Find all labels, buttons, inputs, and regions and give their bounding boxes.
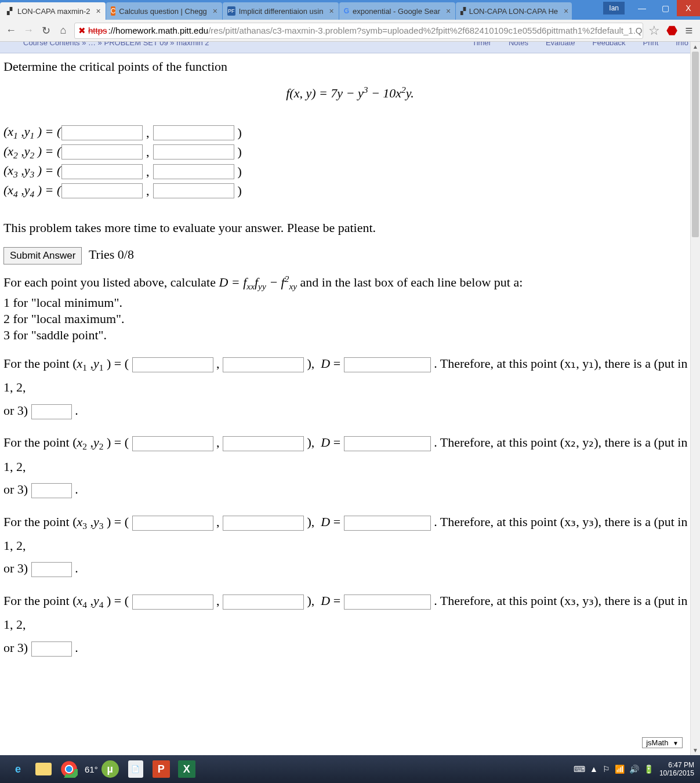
pt2-x-input[interactable] — [132, 436, 213, 451]
cp-label: (x2 ,y2 ) = ( — [3, 144, 61, 161]
file-explorer-icon[interactable] — [31, 757, 56, 781]
windows-taskbar: e 61° µ 📄 P X ⌨ ▲ ⚐ 📶 🔊 🔋 6:47 PM 10/16/… — [0, 755, 700, 783]
battery-icon[interactable]: 🔋 — [644, 764, 654, 774]
breadcrumb: Course Contents » … » PROBLEM SET 09 » m… — [23, 42, 209, 47]
scrollbar-thumb[interactable] — [692, 52, 699, 237]
header-link-timer[interactable]: Timer — [472, 42, 491, 47]
url-protocol: https — [88, 26, 107, 35]
point-line-4: For the point (x4 ,y4 ) = ( , ), D = . T… — [3, 589, 697, 659]
tab-google[interactable]: G exponential - Google Sear × — [339, 2, 455, 20]
pt3-D-input[interactable] — [344, 516, 431, 531]
cp1-y-input[interactable] — [153, 125, 234, 140]
header-link-feedback[interactable]: Feedback — [592, 42, 625, 47]
cp1-x-input[interactable] — [61, 125, 143, 140]
scroll-up-arrow-icon[interactable]: ▲ — [691, 42, 700, 52]
header-link-print[interactable]: Print — [643, 42, 659, 47]
pt1-D-input[interactable] — [344, 357, 431, 372]
submit-answer-button[interactable]: Submit Answer — [3, 247, 82, 264]
header-link-notes[interactable]: Notes — [509, 42, 528, 47]
back-button[interactable]: ← — [5, 24, 17, 37]
tab-title: LON-CAPA maxmin-2 — [17, 7, 90, 16]
forward-button[interactable]: → — [22, 24, 35, 37]
network-icon[interactable]: 📶 — [615, 764, 625, 774]
chrome-icon[interactable] — [57, 757, 81, 781]
powerpoint-icon[interactable]: P — [149, 757, 173, 781]
ssl-warning-icon: ✖ — [78, 26, 86, 36]
bookmark-star-icon[interactable]: ☆ — [648, 24, 661, 37]
tray-up-icon[interactable]: ▲ — [590, 764, 598, 774]
pt4-x-input[interactable] — [132, 594, 213, 610]
pt4-D-input[interactable] — [344, 594, 431, 610]
pt4-y-input[interactable] — [223, 594, 304, 610]
problem-prompt: Determine the critical points of the fun… — [3, 59, 697, 74]
reload-button[interactable]: ↻ — [39, 24, 52, 37]
pt-label: For the point (x3 ,y3 ) = ( — [3, 514, 132, 529]
time-label: 6:47 PM — [659, 761, 694, 769]
ie-icon[interactable]: e — [6, 757, 30, 781]
vertical-scrollbar[interactable]: ▲ ▼ — [690, 42, 700, 755]
pt2-D-input[interactable] — [344, 436, 431, 451]
cp2-x-input[interactable] — [61, 144, 143, 160]
scroll-down-arrow-icon[interactable]: ▼ — [691, 745, 700, 755]
weather-temp[interactable]: 61° — [85, 764, 98, 774]
tab-loncapa-help[interactable]: ▞ LON-CAPA LON-CAPA He × — [456, 2, 572, 20]
cp-label: (x1 ,y1 ) = ( — [3, 124, 61, 141]
close-icon[interactable]: × — [446, 6, 451, 16]
critical-point-row-3: (x3 ,y3 ) = ( , ) — [3, 163, 697, 180]
instr-option-1: 1 for "local minimum". — [3, 295, 697, 310]
pt1-y-input[interactable] — [223, 357, 304, 372]
pt2-class-input[interactable] — [31, 483, 72, 498]
window-close-button[interactable]: X — [677, 0, 700, 16]
home-button[interactable]: ⌂ — [57, 24, 70, 37]
close-icon[interactable]: × — [96, 6, 100, 16]
header-link-info[interactable]: Info — [676, 42, 688, 47]
close-D: ), D = — [307, 356, 344, 371]
pt1-x-input[interactable] — [132, 357, 213, 372]
pt4-class-input[interactable] — [31, 641, 72, 657]
favicon-loncapa: ▞ — [5, 6, 14, 16]
point-line-1: For the point (x1 ,y1 ) = ( , ), D = . T… — [3, 352, 697, 422]
chrome-menu-icon[interactable]: ≡ — [683, 24, 695, 37]
pt-label: For the point (x4 ,y4 ) = ( — [3, 593, 132, 608]
comma: , — [146, 125, 150, 140]
close-paren: ) — [238, 164, 242, 179]
chrome-user-badge[interactable]: Ian — [603, 2, 625, 14]
tab-active[interactable]: ▞ LON-CAPA maxmin-2 × — [0, 2, 106, 20]
header-link-evaluate[interactable]: Evaluate — [546, 42, 575, 47]
pt3-y-input[interactable] — [223, 516, 304, 531]
cp2-y-input[interactable] — [153, 144, 234, 160]
volume-icon[interactable]: 🔊 — [629, 764, 639, 774]
url-input[interactable]: ✖ https ://homework.math.pitt.edu /res/p… — [74, 23, 643, 39]
tab-chegg[interactable]: C Calculus question | Chegg × — [106, 2, 222, 20]
excel-icon[interactable]: X — [175, 757, 199, 781]
tab-title: Calculus question | Chegg — [119, 7, 207, 16]
tab-pf[interactable]: PF Implicit differentiaion usin × — [223, 2, 339, 20]
or3-label: or 3) — [3, 640, 31, 655]
close-D: ), D = — [307, 514, 344, 529]
tab-title: LON-CAPA LON-CAPA He — [469, 7, 558, 16]
jsmath-button[interactable]: jsMath ▼ — [642, 737, 683, 748]
ublock-icon[interactable]: ⬣ — [665, 24, 678, 37]
cp3-y-input[interactable] — [153, 164, 234, 179]
pt1-class-input[interactable] — [31, 404, 72, 419]
taskbar-clock[interactable]: 6:47 PM 10/16/2015 — [659, 761, 694, 778]
pt3-x-input[interactable] — [132, 516, 213, 531]
pt2-y-input[interactable] — [223, 436, 304, 451]
jsmath-label: jsMath — [646, 738, 668, 747]
close-icon[interactable]: × — [329, 6, 333, 16]
minimize-button[interactable]: — — [630, 0, 654, 16]
period: . — [75, 561, 78, 575]
notepad-icon[interactable]: 📄 — [124, 757, 148, 781]
cp3-x-input[interactable] — [61, 164, 143, 179]
utorrent-icon[interactable]: µ — [98, 757, 122, 781]
maximize-button[interactable]: ▢ — [654, 0, 677, 16]
keyboard-icon[interactable]: ⌨ — [574, 764, 585, 774]
favicon-pf: PF — [227, 6, 235, 16]
close-icon[interactable]: × — [213, 6, 217, 16]
cp4-x-input[interactable] — [61, 183, 143, 198]
chevron-down-icon: ▼ — [673, 740, 679, 746]
close-icon[interactable]: × — [564, 6, 568, 16]
cp4-y-input[interactable] — [153, 183, 234, 198]
action-center-icon[interactable]: ⚐ — [603, 764, 610, 774]
pt3-class-input[interactable] — [31, 562, 72, 577]
